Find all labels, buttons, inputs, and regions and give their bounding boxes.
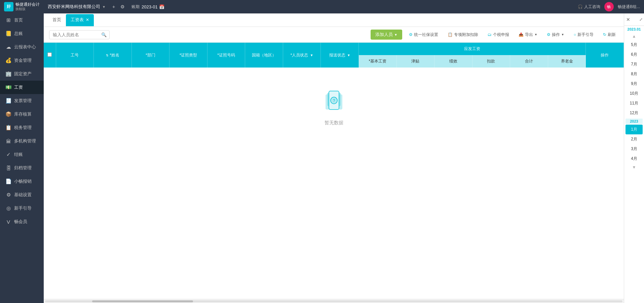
- scroll-down-btn[interactable]: ▼: [624, 164, 644, 171]
- sidebar-item-member[interactable]: V 畅会员: [0, 215, 44, 228]
- member-icon: V: [5, 219, 11, 225]
- guide-action-icon: ○: [574, 32, 576, 37]
- month-item-6[interactable]: 6月: [624, 50, 644, 59]
- th-performance: 绩效: [434, 55, 472, 68]
- sidebar-item-inventory[interactable]: 📦 库存核算: [0, 107, 44, 121]
- select-all-checkbox[interactable]: [47, 52, 52, 57]
- th-id-type: *证照类型: [169, 43, 207, 68]
- status-filter-icon[interactable]: ▼: [310, 53, 313, 57]
- sidebar-item-tax[interactable]: 📋 税务管理: [0, 121, 44, 134]
- period-label: 账期: [131, 4, 140, 10]
- sidebar-item-multi-org[interactable]: 🏛 多机构管理: [0, 134, 44, 148]
- sidebar-item-ledger[interactable]: 📒 总账: [0, 27, 44, 40]
- report-filter-icon[interactable]: ▼: [347, 53, 350, 57]
- cloud-icon: ☁: [5, 44, 11, 50]
- tab-close-icon[interactable]: ✕: [86, 17, 89, 22]
- export-icon: 📤: [519, 32, 524, 37]
- user-avatar: 畅: [604, 2, 614, 11]
- expense-icon: 📄: [5, 178, 11, 184]
- guide-action-label: 新手引导: [577, 32, 594, 38]
- sidebar-label-tax: 税务管理: [14, 125, 32, 131]
- logo-area: 好 畅捷通好会计 旗舰版: [4, 2, 48, 11]
- tax-filing-btn[interactable]: 🗂 个税申报: [485, 31, 512, 39]
- payroll-table: 工号 ⇅ *姓名 *部门 *证照类型 *证照号码 国籍（地区） *人员状态 ▼ …: [44, 43, 624, 68]
- search-box: 🔍: [49, 30, 110, 39]
- sidebar-item-funds[interactable]: 💰 资金管理: [0, 54, 44, 67]
- month-item-9[interactable]: 9月: [624, 79, 644, 89]
- sidebar-item-close[interactable]: ✓ 结账: [0, 148, 44, 161]
- right-panel-expand-btn[interactable]: ⤢: [639, 17, 643, 22]
- inventory-icon: 📦: [5, 111, 11, 117]
- sidebar-item-archive[interactable]: 🗄 归档管理: [0, 161, 44, 175]
- top-header: 好 畅捷通好会计 旗舰版 西安虾米网络科技有限公司 ▼ + ⚙ 账期 2023-…: [0, 0, 644, 13]
- empty-state: ? 暂无数据: [44, 68, 624, 146]
- sidebar-label-multi-org: 多机构管理: [14, 138, 36, 144]
- checkbox-header[interactable]: [44, 43, 56, 68]
- tab-home[interactable]: 首页: [48, 14, 66, 26]
- tax-filing-icon: 🗂: [488, 32, 492, 37]
- empty-text: 暂无数据: [325, 120, 343, 126]
- month-item-7[interactable]: 7月: [624, 59, 644, 69]
- add-employee-btn[interactable]: 添加人员 ▼: [371, 30, 402, 40]
- basic-settings-icon: ⚙: [5, 192, 11, 198]
- social-security-label: 统一社保设置: [414, 32, 438, 38]
- sidebar-item-invoice[interactable]: 🧾 发票管理: [0, 94, 44, 107]
- operation-btn[interactable]: ⚙ 操作 ▼: [544, 31, 567, 39]
- month-item-12[interactable]: 12月: [624, 108, 644, 118]
- calendar-icon[interactable]: 📅: [159, 4, 164, 9]
- sidebar-label-inventory: 库存核算: [14, 111, 32, 117]
- month-item-11[interactable]: 11月: [624, 98, 644, 108]
- support-btn[interactable]: 🎧 人工咨询: [578, 4, 600, 10]
- period-display: 2023.01: [624, 26, 644, 33]
- user-name: 畅捷通B组...: [618, 4, 640, 10]
- guide-icon: ◎: [5, 205, 11, 211]
- special-deduction-btn[interactable]: 📋 专项附加扣除: [445, 31, 481, 39]
- add-company-btn[interactable]: +: [111, 3, 116, 10]
- company-selector[interactable]: 西安虾米网络科技有限公司 ▼: [48, 4, 106, 10]
- month-item-1-active[interactable]: 1月: [626, 125, 643, 134]
- refresh-btn[interactable]: ↻ 刷新: [600, 31, 618, 39]
- month-item-3[interactable]: 3月: [624, 144, 644, 154]
- guide-btn[interactable]: ○ 新手引导: [571, 31, 596, 39]
- scrollbar-thumb: [92, 300, 193, 302]
- sidebar-item-home[interactable]: ⊞ 首页: [0, 13, 44, 27]
- empty-icon: ?: [320, 88, 347, 115]
- tab-bar: 首页 工资表 ✕: [44, 13, 624, 27]
- th-status: *人员状态 ▼: [283, 43, 321, 68]
- export-btn[interactable]: 📤 导出 ▼: [516, 31, 540, 39]
- tax-filing-label: 个税申报: [493, 32, 509, 38]
- social-security-btn[interactable]: ⚙ 统一社保设置: [406, 31, 441, 39]
- funds-icon: 💰: [5, 57, 11, 63]
- right-panel-close-btn[interactable]: ✕: [626, 16, 631, 23]
- month-item-5[interactable]: 5月: [624, 40, 644, 50]
- sidebar-label-payroll: 工资: [14, 84, 23, 90]
- month-item-4[interactable]: 4月: [624, 154, 644, 164]
- th-employee-id: 工号: [56, 43, 94, 68]
- settings-btn[interactable]: ⚙: [119, 3, 126, 10]
- sidebar-label-home: 首页: [14, 17, 23, 23]
- bottom-scrollbar[interactable]: [44, 299, 624, 303]
- th-total: 合计: [510, 55, 548, 68]
- th-report-status: 报送状态 ▼: [321, 43, 359, 68]
- month-item-8[interactable]: 8月: [624, 69, 644, 79]
- sidebar-item-expense[interactable]: 📄 小畅报销: [0, 175, 44, 188]
- sidebar-item-assets[interactable]: 🏢 固定资产: [0, 67, 44, 81]
- month-item-2[interactable]: 2月: [624, 134, 644, 144]
- month-item-10[interactable]: 10月: [624, 89, 644, 98]
- sidebar-item-cloud-report[interactable]: ☁ 云报表中心: [0, 40, 44, 54]
- sidebar-item-guide[interactable]: ◎ 新手引导: [0, 202, 44, 215]
- main-layout: ⊞ 首页 📒 总账 ☁ 云报表中心 💰 资金管理 🏢 固定资产 💵 工资 🧾 发…: [0, 13, 644, 303]
- sidebar-item-basic-settings[interactable]: ⚙ 基础设置: [0, 188, 44, 202]
- scroll-up-btn[interactable]: ▲: [624, 33, 644, 40]
- sidebar-label-funds: 资金管理: [14, 57, 32, 63]
- tab-payroll[interactable]: 工资表 ✕: [66, 14, 94, 26]
- header-actions: + ⚙: [111, 3, 126, 10]
- sidebar-label-guide: 新手引导: [14, 205, 32, 211]
- right-panel-header: ✕ ⤢: [624, 13, 644, 26]
- refresh-icon: ↻: [603, 32, 606, 37]
- assets-icon: 🏢: [5, 71, 11, 77]
- th-pension: 养老金: [548, 55, 586, 68]
- sidebar-item-payroll[interactable]: 💵 工资: [0, 81, 44, 94]
- search-input[interactable]: [53, 32, 100, 37]
- refresh-label: 刷新: [608, 32, 616, 38]
